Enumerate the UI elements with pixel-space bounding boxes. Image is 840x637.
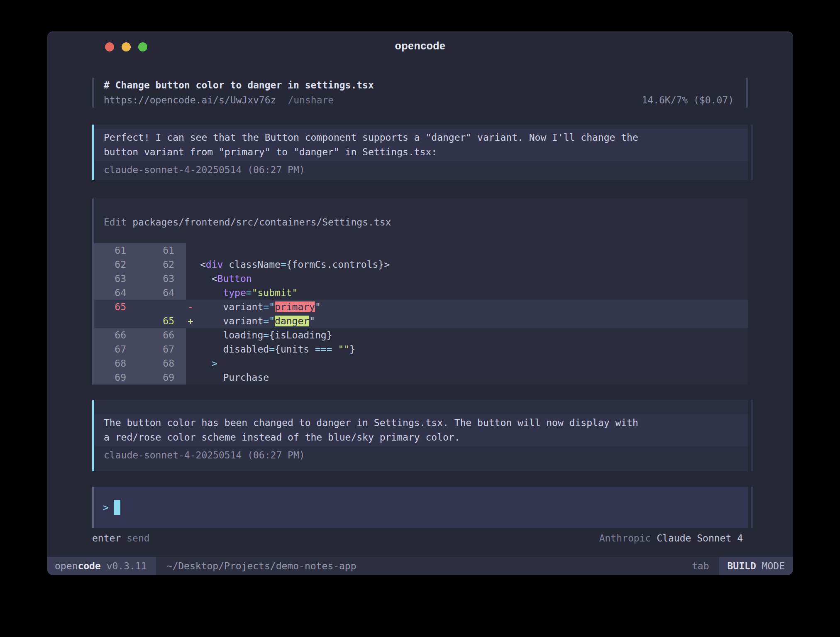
app-version-chip: opencode v0.3.11 [47, 557, 156, 575]
session-right-bar [746, 78, 748, 108]
diff-left-bar [92, 198, 94, 385]
mode-chip[interactable]: BUILD MODE [719, 557, 794, 575]
opencode-window: opencode # Change button color to danger… [47, 32, 793, 575]
code-line: Purchase [200, 370, 748, 385]
edit-tool-block: Edit packages/frontend/src/containers/Se… [92, 198, 748, 385]
code-segment: loading [200, 330, 263, 341]
code-segment: className [223, 259, 280, 270]
code-segment: variant [200, 316, 263, 326]
gutter-pad [180, 257, 186, 272]
code-segment: div [206, 259, 223, 270]
session-left-bar [92, 78, 94, 108]
text-cursor [114, 500, 120, 515]
line-number-old: 63 [92, 272, 132, 286]
mode-name: BUILD [728, 561, 756, 571]
code-segment [200, 287, 223, 298]
diff-row: 6363 <Button [92, 272, 748, 286]
code-segment: {units [275, 344, 315, 355]
session-subline: https://opencode.ai/s/UwJxv76z /unshare … [104, 93, 748, 108]
assistant-message: The button color has been changed to dan… [92, 400, 748, 471]
code-segment: < [200, 273, 217, 284]
message-text-line: a red/rose color scheme instead of the b… [104, 430, 748, 445]
gutter-pad [180, 356, 186, 370]
send-action-hint: send [127, 533, 149, 543]
line-number-new: 66 [132, 328, 180, 342]
diff-marker [186, 243, 200, 257]
provider-label: Anthropic [599, 533, 651, 543]
code-line: <Button [200, 272, 748, 286]
code-segment: "submit" [252, 287, 298, 298]
code-segment: === [315, 344, 332, 355]
code-segment: danger [275, 316, 309, 326]
share-url-link[interactable]: https://opencode.ai/s/UwJxv76z [104, 93, 276, 108]
diff-row: 6868 > [92, 356, 748, 370]
line-number-new: 62 [132, 257, 180, 272]
code-segment: > [212, 358, 217, 369]
enter-key-hint: enter [92, 533, 121, 543]
mode-suffix: MODE [756, 561, 785, 571]
code-segment: disabled [200, 344, 269, 355]
diff-marker [186, 257, 200, 272]
gutter-pad [180, 342, 186, 356]
line-number-new: 64 [132, 286, 180, 300]
line-number-new: 61 [132, 243, 180, 257]
diff-marker [186, 286, 200, 300]
diff-row: 6666 loading={isLoading} [92, 328, 748, 342]
status-bar: opencode v0.3.11 ~/Desktop/Projects/demo… [47, 557, 793, 575]
diff-row: 6161 [92, 243, 748, 257]
diff-marker [186, 356, 200, 370]
code-segment: =" [263, 316, 275, 326]
session-title: # Change button color to danger in setti… [104, 78, 748, 93]
message-right-bar [751, 125, 753, 180]
code-line: variant="danger" [200, 314, 748, 328]
line-number-old: 66 [92, 328, 132, 342]
diff-row: 6464 type="submit" [92, 286, 748, 300]
code-line: variant="primary" [200, 300, 748, 314]
line-number-new [132, 300, 180, 314]
line-number-new: 68 [132, 356, 180, 370]
session-header: # Change button color to danger in setti… [92, 78, 748, 108]
app-version: v0.3.11 [101, 561, 147, 571]
code-segment: =" [263, 301, 275, 312]
message-accent-bar [92, 400, 94, 471]
line-number-old: 68 [92, 356, 132, 370]
gutter-pad [180, 286, 186, 300]
code-line: <div className={formCs.controls}> [200, 257, 748, 272]
input-left-bar [92, 487, 94, 528]
tab-key-hint: tab [692, 557, 719, 575]
message-text-line: The button color has been changed to dan… [104, 416, 748, 430]
line-number-old: 69 [92, 370, 132, 385]
line-number-old: 65 [92, 300, 132, 314]
unshare-command[interactable]: /unshare [288, 93, 334, 108]
diff-action-label: Edit [104, 217, 127, 228]
line-number-new: 65 [132, 314, 180, 328]
working-directory: ~/Desktop/Projects/demo-notes-app [167, 557, 357, 575]
code-segment: Purchase [200, 372, 269, 383]
code-segment: < [200, 259, 206, 270]
gutter-pad [180, 328, 186, 342]
diff-marker: + [186, 314, 200, 328]
code-segment: type [223, 287, 246, 298]
message-model-info: claude-sonnet-4-20250514 (06:27 PM) [92, 161, 748, 177]
message-model-info: claude-sonnet-4-20250514 (06:27 PM) [92, 446, 748, 463]
app-name-open: open [55, 561, 78, 571]
code-segment: " [315, 301, 321, 312]
code-line: type="submit" [200, 286, 748, 300]
diff-marker: - [186, 300, 200, 314]
diff-file-path-text: packages/frontend/src/containers/Setting… [132, 217, 391, 228]
line-number-new: 67 [132, 342, 180, 356]
message-paragraph: Perfect! I can see that the Button compo… [92, 129, 748, 161]
message-paragraph: The button color has been changed to dan… [92, 414, 748, 446]
diff-rows: 61616262<div className={formCs.controls}… [92, 243, 748, 385]
diff-row: 65+ variant="danger" [92, 314, 748, 328]
code-segment: " [309, 316, 315, 326]
assistant-message: Perfect! I can see that the Button compo… [92, 125, 748, 180]
diff-row: 6262<div className={formCs.controls}> [92, 257, 748, 272]
prompt-input[interactable]: > [92, 487, 748, 528]
code-segment [200, 358, 212, 369]
message-text-line: Perfect! I can see that the Button compo… [104, 130, 748, 145]
diff-row: 6767 disabled={units === ""} [92, 342, 748, 356]
gutter-pad [180, 243, 186, 257]
line-number-old: 62 [92, 257, 132, 272]
line-number-old: 64 [92, 286, 132, 300]
